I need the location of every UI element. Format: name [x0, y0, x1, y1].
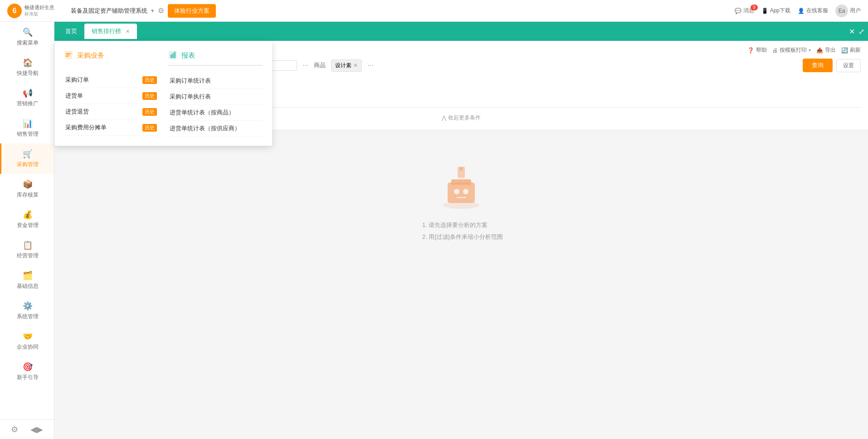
- logo-sub: 标准版: [24, 11, 54, 17]
- report-col-icon: [168, 50, 178, 61]
- export-icon: 📤: [816, 47, 823, 54]
- goods-dots[interactable]: ···: [367, 61, 373, 69]
- goods-tag-close[interactable]: ✕: [353, 62, 358, 69]
- sidebar-item-marketing[interactable]: 📢 营销推广: [0, 83, 54, 113]
- top-header: 6 畅捷通好生意 标准版 装备及固定资产辅助管理系统 ▾ ⚙ 体验行业方案 💬 …: [0, 0, 868, 22]
- collab-icon: 🤝: [23, 331, 33, 341]
- purchase-col-icon: [63, 50, 73, 61]
- dropdown-arrow-icon[interactable]: ▾: [151, 7, 154, 14]
- sidebar-item-operation[interactable]: 📋 经营管理: [0, 235, 54, 265]
- help-icon: ❓: [747, 47, 754, 54]
- svg-point-3: [454, 189, 459, 194]
- purchase-item-采购费用分摊单[interactable]: 采购费用分摊单 历史: [63, 120, 159, 136]
- sidebar-item-system[interactable]: ⚙️ 系统管理: [0, 296, 54, 326]
- refresh-label: 刷新: [850, 46, 861, 54]
- tab-home[interactable]: 首页: [58, 24, 84, 39]
- goods-tag-value: 设计素: [335, 62, 351, 69]
- report-item-采购订单执行表[interactable]: 采购订单执行表: [168, 89, 263, 105]
- report-col-title: 报表: [168, 50, 263, 66]
- goods-label: 商品: [314, 61, 326, 69]
- export-button[interactable]: 📤 导出: [816, 46, 836, 54]
- sales-rank-tab-label: 销售排行榜: [92, 27, 121, 35]
- purchase-item-进货单[interactable]: 进货单 历史: [63, 88, 159, 104]
- collapse-label: 收起更多条件: [448, 114, 481, 122]
- tab-fullscreen-icon[interactable]: ⤢: [858, 27, 864, 36]
- report-items: 采购订单统计表采购订单执行表进货单统计表（按商品）进货单统计表（按供应商）: [168, 73, 263, 137]
- app-icon: 📱: [761, 8, 768, 14]
- report-item-进货单统计表（按商品）[interactable]: 进货单统计表（按商品）: [168, 105, 263, 121]
- service-icon: 👤: [798, 8, 805, 14]
- filter-actions: 查询 设置: [803, 59, 861, 72]
- sidebar-label-purchase: 采购管理: [17, 161, 39, 168]
- history-badge: 历史: [142, 124, 157, 132]
- tab-sales-rank[interactable]: 销售排行榜 ✕: [84, 24, 137, 39]
- help-button[interactable]: ❓ 帮助: [747, 46, 767, 54]
- sidebar-label-marketing: 营销推广: [17, 100, 39, 108]
- service-label: 在线客服: [806, 7, 828, 15]
- report-item-进货单统计表（按供应商）[interactable]: 进货单统计表（按供应商）: [168, 121, 263, 137]
- purchase-dropdown: 采购业务 采购订单 历史 进货单 历史 进货退货 历史 采购费用分摊单 历史: [54, 41, 272, 146]
- tab-bar: 首页 销售排行榜 ✕ ✕ ⤢: [54, 22, 868, 41]
- voucher-status-dots[interactable]: ···: [302, 61, 308, 69]
- sidebar-items: 🔍 搜索菜单 🏠 快捷导航 📢 营销推广 📊 销售管理 🛒 采购管理 📦 库存核…: [0, 22, 54, 387]
- sidebar-item-finance[interactable]: 💰 资金管理: [0, 204, 54, 235]
- sidebar-item-basic[interactable]: 🗂️ 基础信息: [0, 265, 54, 296]
- settings-button[interactable]: 设置: [836, 59, 861, 72]
- history-badge: 历史: [142, 76, 157, 84]
- sidebar-label-quick_nav: 快捷导航: [17, 69, 39, 77]
- sidebar-label-sales: 销售管理: [17, 130, 39, 138]
- sidebar-item-sales[interactable]: 📊 销售管理: [0, 113, 54, 143]
- settings-icon[interactable]: ⚙: [158, 6, 164, 15]
- message-button[interactable]: 💬 消息 9: [735, 7, 754, 15]
- user-button[interactable]: Ea 用户: [835, 5, 861, 17]
- empty-text: 请先选择要分析的方案 用[过滤]条件来缩小分析范围: [419, 219, 502, 243]
- sidebar-label-guide: 新手引导: [17, 374, 39, 381]
- sidebar-item-quick_nav[interactable]: 🏠 快捷导航: [0, 52, 54, 83]
- purchase-col-title-text: 采购业务: [77, 51, 104, 60]
- collapse-icon: ⋀: [442, 115, 446, 121]
- report-item-采购订单统计表[interactable]: 采购订单统计表: [168, 73, 263, 89]
- quick_nav-icon: 🏠: [23, 58, 33, 68]
- search-icon: 🔍: [23, 27, 33, 37]
- svg-rect-12: [174, 52, 176, 58]
- svg-rect-11: [172, 53, 174, 58]
- help-label: 帮助: [756, 46, 767, 54]
- system-icon: ⚙️: [23, 301, 33, 311]
- purchase-item-采购订单[interactable]: 采购订单 历史: [63, 72, 159, 88]
- empty-icon: [434, 167, 488, 212]
- sidebar-item-purchase[interactable]: 🛒 采购管理: [0, 143, 54, 174]
- user-label: 用户: [850, 7, 861, 15]
- toolbar-right: ❓ 帮助 🖨 按模板打印 ▾ 📤 导出 🔄: [747, 46, 861, 54]
- sidebar-item-inventory[interactable]: 📦 库存核算: [0, 174, 54, 204]
- sidebar-label-operation: 经营管理: [17, 252, 39, 260]
- sidebar-collapse-icon[interactable]: ◀▶: [30, 424, 43, 434]
- online-service-button[interactable]: 👤 在线客服: [798, 7, 828, 15]
- svg-rect-2: [451, 179, 471, 185]
- tab-bar-actions: ✕ ⤢: [849, 27, 864, 36]
- report-col: 报表 采购订单统计表采购订单执行表进货单统计表（按商品）进货单统计表（按供应商）: [168, 50, 263, 137]
- svg-point-7: [459, 167, 463, 171]
- operation-icon: 📋: [23, 240, 33, 250]
- goods-tag: 设计素 ✕: [331, 59, 362, 72]
- industry-button[interactable]: 体验行业方案: [168, 4, 216, 18]
- marketing-icon: 📢: [23, 88, 33, 98]
- purchase-item-进货退货[interactable]: 进货退货 历史: [63, 104, 159, 120]
- tab-close-all-icon[interactable]: ✕: [849, 27, 855, 36]
- query-button[interactable]: 查询: [803, 59, 833, 72]
- purchase-icon: 🛒: [23, 149, 33, 159]
- collapse-button[interactable]: ⋀ 收起更多条件: [439, 111, 483, 124]
- history-badge: 历史: [142, 108, 157, 116]
- logo-area: 6 畅捷通好生意 标准版: [7, 4, 62, 18]
- sidebar-settings-icon[interactable]: ⚙: [11, 424, 18, 434]
- sidebar-item-collab[interactable]: 🤝 企业协同: [0, 326, 54, 356]
- tab-close-icon[interactable]: ✕: [126, 29, 130, 35]
- empty-hint-1: 请先选择要分析的方案: [429, 219, 502, 231]
- sidebar: 🔍 搜索菜单 🏠 快捷导航 📢 营销推广 📊 销售管理 🛒 采购管理 📦 库存核…: [0, 22, 54, 439]
- sidebar-item-guide[interactable]: 🎯 新手引导: [0, 356, 54, 387]
- print-button[interactable]: 🖨 按模板打印 ▾: [772, 46, 811, 54]
- refresh-button[interactable]: 🔄 刷新: [841, 46, 861, 54]
- app-download-button[interactable]: 📱 App下载: [761, 7, 790, 15]
- sidebar-item-search[interactable]: 🔍 搜索菜单: [0, 22, 54, 52]
- logo-icon: 6: [7, 4, 22, 18]
- history-badge: 历史: [142, 92, 157, 100]
